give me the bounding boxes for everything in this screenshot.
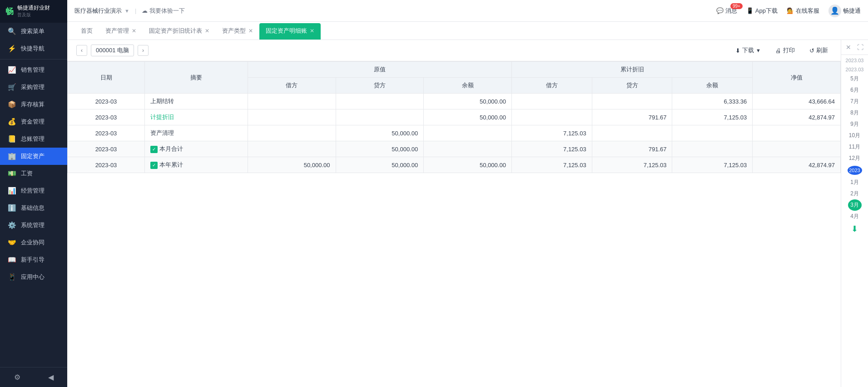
sidebar-item-sales[interactable]: 📈 销售管理 [0,61,67,79]
timeline-month[interactable]: 5月 [841,73,868,84]
print-label: 打印 [783,46,795,55]
timeline-year-2023: 2023 [848,166,862,175]
tab-depreciation-table[interactable]: 固定资产折旧统计表 ✕ [143,23,216,40]
table-row-date: 2023-03 [68,94,145,109]
th-original-value: 原值 [248,62,511,78]
next-asset-button[interactable]: › [138,45,149,56]
prev-asset-button[interactable]: ‹ [76,45,87,56]
ad-debit [511,94,592,109]
sidebar-item-search[interactable]: 🔍 搜索菜单 [0,23,67,40]
tab-asset-mgmt[interactable]: 资产管理 ✕ [99,23,143,40]
tab-asset-type[interactable]: 资产类型 ✕ [216,23,259,40]
sidebar-collapse-btn[interactable]: ◀ [45,371,57,383]
payroll-icon: 💵 [7,169,16,178]
table-row-summary: 上期结转 [145,94,248,109]
table-row-summary[interactable]: 计提折旧 [145,109,248,125]
sidebar-item-app-center[interactable]: 📱 应用中心 [0,268,67,286]
topbar-app-download[interactable]: 📱 App下载 [746,7,778,15]
th-ov-balance: 余额 [424,78,512,94]
sidebar-item-basic-info[interactable]: ℹ️ 基础信息 [0,199,67,217]
tab-asset-type-close[interactable]: ✕ [248,28,253,34]
sidebar-settings-btn[interactable]: ⚙ [10,371,24,383]
table-row-date: 2023-03 [68,157,145,173]
sidebar-item-label: 固定资产 [21,152,45,160]
timeline-month[interactable]: 6月 [841,84,868,96]
sidebar-item-label: 应用中心 [21,273,45,281]
sidebar-item-guide[interactable]: 📖 新手引导 [0,251,67,268]
quicknav-icon: ⚡ [7,45,16,53]
timeline-month[interactable]: 7月 [841,96,868,107]
ov-balance: 50,000.00 [424,157,512,173]
inventory-icon: 📦 [7,100,16,109]
ad-balance: 6,333.36 [672,94,753,109]
purchase-icon: 🛒 [7,83,16,91]
ov-debit [248,94,336,109]
timeline-month[interactable]: 10月 [841,130,868,141]
sidebar-item-enterprise[interactable]: 🤝 企业协同 [0,234,67,251]
timeline-month[interactable]: 8月 [841,107,868,119]
net-value: 43,666.64 [753,94,841,109]
fixed-assets-icon: 🏢 [7,152,16,160]
tab-depreciation-close[interactable]: ✕ [205,28,209,34]
detail-toolbar: ‹ 000001 电脑 › ⬇ 下载 ▼ 🖨 打印 ↺ 刷新 [67,40,841,61]
timeline-month-2023[interactable]: 2月 [841,188,868,199]
timeline-month-2023[interactable]: 4月 [841,211,868,222]
timeline-expand-btn[interactable]: ⛶ [854,43,866,52]
tab-asset-detail-close[interactable]: ✕ [310,28,314,34]
th-accumulated-depreciation: 累计折旧 [511,62,752,78]
sidebar-item-operations[interactable]: 📊 经营管理 [0,182,67,199]
tab-asset-mgmt-close[interactable]: ✕ [132,28,136,34]
timeline-down-arrow[interactable]: ⬇ [841,222,868,236]
timeline-close-btn[interactable]: ✕ [843,43,854,52]
enterprise-icon: 🤝 [7,238,16,247]
net-value [753,125,841,141]
ad-debit: 7,125.03 [511,125,592,141]
topbar-company[interactable]: 医疗器械行业演示 ▼ [74,7,129,15]
table-row-date: 2023-03 [68,141,145,157]
sidebar-item-capital[interactable]: 💰 资金管理 [0,113,67,130]
ledger-icon: 📒 [7,135,16,143]
table-row-date: 2023-03 [68,109,145,125]
timeline-month[interactable]: 11月 [841,141,868,153]
timeline-month[interactable]: 12月 [841,153,868,164]
download-button[interactable]: ⬇ 下载 ▼ [732,45,764,56]
sidebar-item-label: 新手引导 [21,256,45,264]
refresh-button[interactable]: ↺ 刷新 [806,45,832,56]
ad-credit [592,125,672,141]
topbar-separator: | [135,7,136,14]
tab-asset-mgmt-label: 资产管理 [105,27,129,35]
topbar-customer-service[interactable]: 💁 在线客服 [787,7,819,15]
depreciation-link[interactable]: 计提折旧 [150,114,174,120]
timeline-month[interactable]: 9月 [841,119,868,130]
table-row-summary: 资产清理 [145,125,248,141]
ad-debit: 7,125.03 [511,157,592,173]
right-timeline: ✕ ⛶ 2023.03 2023.03 5月6月7月8月9月10月11月12月 … [841,40,868,387]
sidebar-item-purchase[interactable]: 🛒 采购管理 [0,79,67,96]
ov-credit: 50,000.00 [336,141,424,157]
timeline-month-2023[interactable]: 3月 [848,199,862,211]
sidebar-item-system[interactable]: ⚙️ 系统管理 [0,217,67,234]
main-content: ‹ 000001 电脑 › ⬇ 下载 ▼ 🖨 打印 ↺ 刷新 [67,40,841,387]
sidebar-item-inventory[interactable]: 📦 库存核算 [0,96,67,113]
topbar-experience[interactable]: ☁ 我要体验一下 [142,7,185,15]
sidebar-item-ledger[interactable]: 📒 总账管理 [0,130,67,148]
sidebar-title: 畅捷通好业财 [17,5,50,12]
sidebar-item-quick-nav[interactable]: ⚡ 快捷导航 [0,40,67,57]
sidebar-item-payroll[interactable]: 💵 工资 [0,165,67,182]
ov-credit: 50,000.00 [336,157,424,173]
sidebar-item-label: 经营管理 [21,187,45,195]
search-icon: 🔍 [7,27,16,35]
table-row-summary: ✓本年累计 [145,157,248,173]
subtotal-icon: ✓ [150,162,158,169]
timeline-month-2023[interactable]: 1月 [841,177,868,188]
content-area: ‹ 000001 电脑 › ⬇ 下载 ▼ 🖨 打印 ↺ 刷新 [67,40,868,387]
topbar-user[interactable]: 👤 畅捷通 [828,5,861,17]
tab-home[interactable]: 首页 [74,23,99,40]
sidebar-item-fixed-assets[interactable]: 🏢 固定资产 [0,148,67,165]
ov-balance [424,125,512,141]
sidebar-item-label: 工资 [21,169,33,178]
user-name: 畅捷通 [843,7,861,15]
print-button[interactable]: 🖨 打印 [772,45,799,56]
tab-asset-detail[interactable]: 固定资产明细账 ✕ [259,23,321,40]
topbar-messages[interactable]: 💬 消息 99+ [716,7,737,15]
